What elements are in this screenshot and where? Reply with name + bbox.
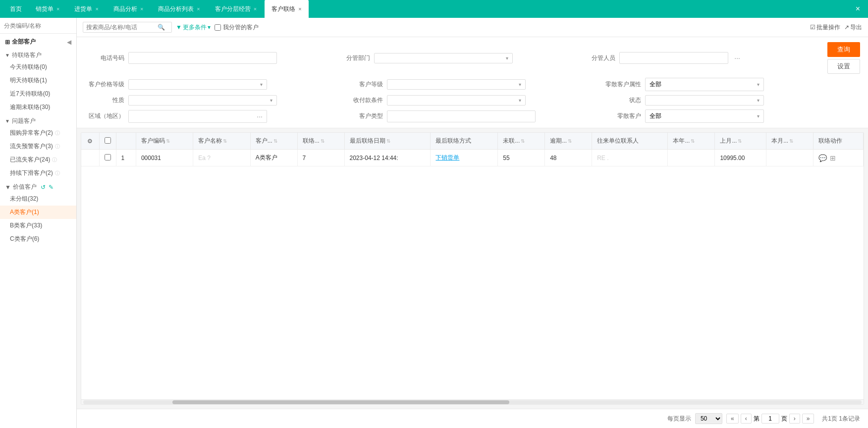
col-name[interactable]: 客户名称⇅: [193, 133, 250, 150]
nav-customer-layer[interactable]: 客户分层经营 ×: [208, 0, 264, 18]
nav-goods-list[interactable]: 商品分析列表 ×: [151, 0, 207, 18]
col-unit-contact[interactable]: 往来单位联系人: [592, 133, 668, 150]
filter-scatter-attr: 零散客户属性 全部 ▾: [601, 78, 860, 91]
chat-action-icon[interactable]: 💬: [818, 154, 827, 162]
row-actions: 💬 ⊞: [814, 150, 864, 166]
query-button[interactable]: 查询: [827, 42, 860, 57]
horizontal-scrollbar[interactable]: [81, 399, 864, 404]
current-page-input[interactable]: [761, 414, 779, 424]
col-setting[interactable]: ⚙: [81, 133, 99, 150]
nav-customer-contact-close[interactable]: ×: [298, 6, 301, 12]
filter-bar: 🔍 ▼ 更多条件 ▾ 我分管的客户 ☑ 批量操作 ↗ 导出: [77, 18, 868, 37]
nav-purchase-close[interactable]: ×: [95, 6, 98, 12]
sidebar-item-today[interactable]: 今天待联络(0): [0, 60, 76, 74]
region-dots[interactable]: ···: [257, 112, 263, 120]
my-customer-checkbox-group: 我分管的客户: [215, 23, 259, 32]
more-filter-btn[interactable]: ▼ 更多条件 ▾: [176, 23, 211, 32]
last-way-link[interactable]: 下销货单: [435, 154, 459, 161]
col-checkbox[interactable]: [99, 133, 116, 150]
filter-search-input[interactable]: [86, 24, 156, 31]
prev-page-btn[interactable]: ‹: [741, 414, 752, 424]
value-customers-group[interactable]: ▼ 价值客户 ↺ ✎: [0, 180, 76, 192]
row-checkbox[interactable]: [105, 154, 111, 160]
customer-level-select[interactable]: ▾: [387, 79, 526, 90]
payment-select[interactable]: ▾: [387, 95, 526, 106]
value-refresh-icon[interactable]: ↺: [41, 184, 46, 191]
nav-goods-analysis-close[interactable]: ×: [140, 6, 143, 12]
page-size-select[interactable]: 50 100 200: [695, 413, 722, 424]
next-page-btn[interactable]: ›: [789, 414, 800, 424]
sidebar-item-lost-warning[interactable]: 流失预警客户(3) ⓘ: [0, 140, 76, 153]
nature-select[interactable]: ▾: [128, 95, 277, 106]
col-not-contact[interactable]: 未联...⇅: [498, 133, 545, 150]
nav-customer-contact[interactable]: 客户联络 ×: [265, 0, 308, 18]
row-overdue: 48: [545, 150, 592, 166]
nav-home[interactable]: 首页: [4, 0, 28, 18]
nav-customer-layer-close[interactable]: ×: [254, 6, 257, 12]
scatter-customer-select[interactable]: 全部 ▾: [645, 109, 764, 123]
nav-purchase[interactable]: 进货单 ×: [67, 0, 105, 18]
more-filter-label: 更多条件: [183, 23, 207, 32]
sidebar-item-a-class[interactable]: A类客户(1): [0, 206, 76, 219]
sidebar-item-today-label: 今天待联络(0): [10, 63, 47, 71]
filter-price-level: 客户价格等级 ▾: [85, 79, 343, 90]
sidebar-item-c-class[interactable]: C类客户(6): [0, 232, 76, 246]
filter-customer-level: 客户等级 ▾: [343, 79, 602, 90]
col-last-date[interactable]: 最后联络日期⇅: [344, 133, 431, 150]
col-last-way[interactable]: 最后联络方式: [431, 133, 498, 150]
my-customer-checkbox[interactable]: [215, 24, 221, 31]
status-select[interactable]: ▾: [645, 95, 764, 106]
sidebar-item-ungroup[interactable]: 未分组(32): [0, 192, 76, 206]
pending-contact-label: 待联络客户: [12, 51, 42, 59]
sidebar-item-stockpile[interactable]: 囤购异常客户(2) ⓘ: [0, 126, 76, 140]
batch-op-btn[interactable]: ☑ 批量操作: [810, 23, 840, 32]
sidebar-item-declining-label: 持续下滑客户(2): [10, 169, 53, 177]
sidebar-item-lost[interactable]: 已流失客户(24) ⓘ: [0, 153, 76, 166]
sidebar-item-tomorrow[interactable]: 明天待联络(1): [0, 74, 76, 87]
scatter-customer-arrow: ▾: [757, 113, 760, 119]
col-code[interactable]: 客户编码⇅: [136, 133, 193, 150]
col-overdue[interactable]: 逾期...⇅: [545, 133, 592, 150]
nav-close-all[interactable]: ×: [852, 4, 864, 13]
row-checkbox-cell: [99, 150, 116, 166]
sidebar-search-input[interactable]: [4, 22, 77, 29]
data-table-container: ⚙ 客户编码⇅ 客户名称⇅ 客户...⇅ 联络...⇅ 最后联络日期⇅ 最后联络…: [81, 132, 864, 405]
sidebar-item-declining[interactable]: 持续下滑客户(2) ⓘ: [0, 166, 76, 180]
phone-input[interactable]: [128, 52, 277, 64]
nav-goods-analysis[interactable]: 商品分析 ×: [107, 0, 150, 18]
manager-input[interactable]: [619, 52, 728, 64]
pending-contact-group[interactable]: ▼ 待联络客户: [0, 48, 76, 60]
col-type[interactable]: 客户...⇅: [250, 133, 297, 150]
all-customers-header[interactable]: ⊞ 全部客户 ◀: [0, 34, 76, 48]
problem-customers-group[interactable]: ▼ 问题客户: [0, 114, 76, 126]
nav-sales[interactable]: 销货单 ×: [29, 0, 66, 18]
col-this-year[interactable]: 本年...⇅: [668, 133, 715, 150]
setting-button[interactable]: 设置: [827, 59, 860, 74]
filter-icon: ▼: [176, 24, 182, 31]
select-all-checkbox[interactable]: [105, 137, 111, 144]
price-level-select[interactable]: ▾: [128, 79, 267, 90]
filter-dept: 分管部门 ▾: [330, 53, 576, 63]
sidebar-item-a-class-label: A类客户(1): [10, 208, 39, 216]
nav-sales-close[interactable]: ×: [56, 6, 59, 12]
first-page-btn[interactable]: «: [726, 414, 739, 424]
nav-goods-list-close[interactable]: ×: [197, 6, 200, 12]
col-this-month[interactable]: 本月...⇅: [766, 133, 814, 150]
scroll-thumb[interactable]: [172, 400, 509, 404]
region-select[interactable]: ···: [128, 110, 267, 123]
manager-dots[interactable]: ···: [734, 54, 740, 62]
customer-type-input[interactable]: [387, 110, 536, 122]
sidebar-item-overdue[interactable]: 逾期未联络(30): [0, 101, 76, 114]
dept-select[interactable]: ▾: [374, 53, 513, 63]
export-btn[interactable]: ↗ 导出: [844, 23, 862, 32]
sidebar-collapse-icon[interactable]: ◀: [67, 39, 71, 46]
last-page-btn[interactable]: »: [802, 414, 814, 424]
col-contact[interactable]: 联络...⇅: [297, 133, 344, 150]
sidebar-item-7days[interactable]: 近7天待联络(0): [0, 87, 76, 101]
scatter-attr-select[interactable]: 全部 ▾: [645, 78, 764, 91]
col-last-month[interactable]: 上月...⇅: [715, 133, 766, 150]
filter-search-icon[interactable]: 🔍: [158, 24, 165, 31]
sidebar-item-b-class[interactable]: B类客户(33): [0, 219, 76, 232]
value-edit-icon[interactable]: ✎: [49, 184, 54, 191]
grid-action-icon[interactable]: ⊞: [830, 154, 836, 162]
